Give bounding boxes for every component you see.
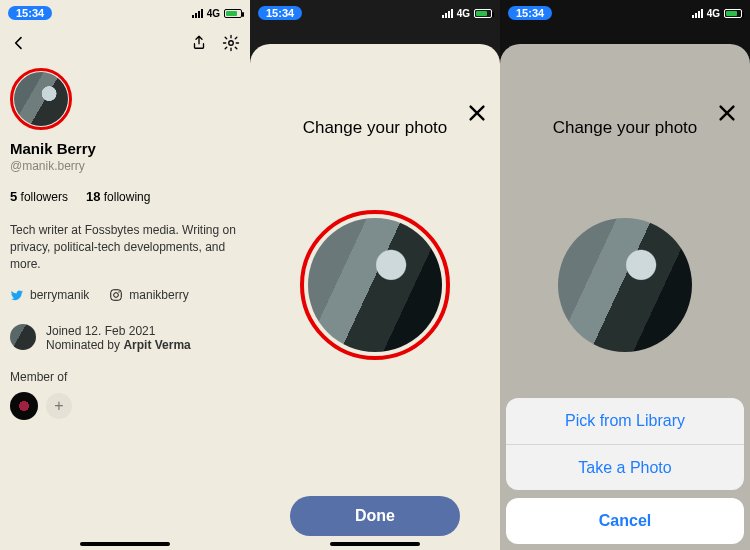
following-stat[interactable]: 18 following	[86, 189, 151, 204]
twitter-icon	[10, 288, 24, 302]
profile-avatar[interactable]	[10, 68, 72, 130]
take-a-photo-button[interactable]: Take a Photo	[506, 444, 744, 490]
follow-stats: 5 followers 18 following	[10, 189, 240, 204]
display-name: Manik Berry	[10, 140, 240, 157]
network-label: 4G	[207, 8, 220, 19]
status-right: 4G	[442, 8, 492, 19]
nominator-avatar[interactable]	[10, 324, 36, 350]
status-right: 4G	[692, 8, 742, 19]
svg-point-0	[229, 41, 234, 46]
battery-icon	[224, 9, 242, 18]
followers-stat[interactable]: 5 followers	[10, 189, 68, 204]
signal-bars-icon	[192, 9, 203, 18]
share-icon	[190, 34, 208, 52]
home-indicator[interactable]	[80, 542, 170, 546]
close-button[interactable]	[716, 102, 738, 124]
profile-screen: 15:34 4G Manik Berry @manik.berry 5 foll…	[0, 0, 250, 550]
back-button[interactable]	[10, 34, 28, 52]
member-of-label: Member of	[10, 370, 240, 384]
svg-point-3	[119, 292, 120, 293]
social-links: berrymanik manikberry	[10, 288, 240, 302]
modal-title: Change your photo	[500, 118, 750, 138]
twitter-link[interactable]: berrymanik	[10, 288, 89, 302]
instagram-icon	[109, 288, 123, 302]
network-label: 4G	[707, 8, 720, 19]
network-label: 4G	[457, 8, 470, 19]
joined-date: Joined 12. Feb 2021	[46, 324, 191, 338]
gear-icon	[222, 34, 240, 52]
home-indicator[interactable]	[330, 542, 420, 546]
modal-card: Change your photo Done	[250, 44, 500, 550]
highlight-ring-icon	[10, 68, 72, 130]
status-bar: 15:34 4G	[250, 2, 500, 24]
action-sheet-group: Pick from Library Take a Photo	[506, 398, 744, 490]
nominated-by: Nominated by Arpit Verma	[46, 338, 191, 352]
status-bar: 15:34 4G	[500, 2, 750, 24]
close-button[interactable]	[466, 102, 488, 124]
modal-title: Change your photo	[250, 118, 500, 138]
share-button[interactable]	[190, 34, 208, 52]
svg-rect-1	[111, 290, 122, 301]
signal-bars-icon	[442, 9, 453, 18]
add-club-button[interactable]: +	[46, 393, 72, 419]
photo-wrap	[550, 210, 700, 360]
chevron-left-icon	[11, 35, 27, 51]
cancel-button[interactable]: Cancel	[506, 498, 744, 544]
photo-highlight-ring	[300, 210, 450, 360]
nomination-row: Joined 12. Feb 2021 Nominated by Arpit V…	[10, 324, 240, 352]
profile-header	[0, 28, 250, 52]
pick-from-library-button[interactable]: Pick from Library	[506, 398, 744, 444]
status-time: 15:34	[508, 6, 552, 20]
username: @manik.berry	[10, 159, 240, 173]
change-photo-screen: 15:34 4G Change your photo Done	[250, 0, 500, 550]
battery-icon	[474, 9, 492, 18]
battery-icon	[724, 9, 742, 18]
current-photo[interactable]	[308, 218, 442, 352]
club-avatar[interactable]	[10, 392, 38, 420]
bio-text: Tech writer at Fossbytes media. Writing …	[10, 222, 240, 272]
status-time: 15:34	[8, 6, 52, 20]
avatar-image	[14, 72, 68, 126]
signal-bars-icon	[692, 9, 703, 18]
action-sheet: Pick from Library Take a Photo Cancel	[506, 398, 744, 544]
instagram-link[interactable]: manikberry	[109, 288, 188, 302]
settings-button[interactable]	[222, 34, 240, 52]
current-photo[interactable]	[558, 218, 692, 352]
member-of-section: Member of +	[10, 370, 240, 420]
close-icon	[466, 102, 488, 124]
status-time: 15:34	[258, 6, 302, 20]
done-button[interactable]: Done	[290, 496, 460, 536]
change-photo-action-sheet-screen: 15:34 4G Change your photo Pick from Lib…	[500, 0, 750, 550]
close-icon	[716, 102, 738, 124]
status-right: 4G	[192, 8, 242, 19]
svg-point-2	[114, 293, 119, 298]
status-bar: 15:34 4G	[0, 2, 250, 24]
profile-info: Manik Berry @manik.berry 5 followers 18 …	[10, 140, 240, 420]
